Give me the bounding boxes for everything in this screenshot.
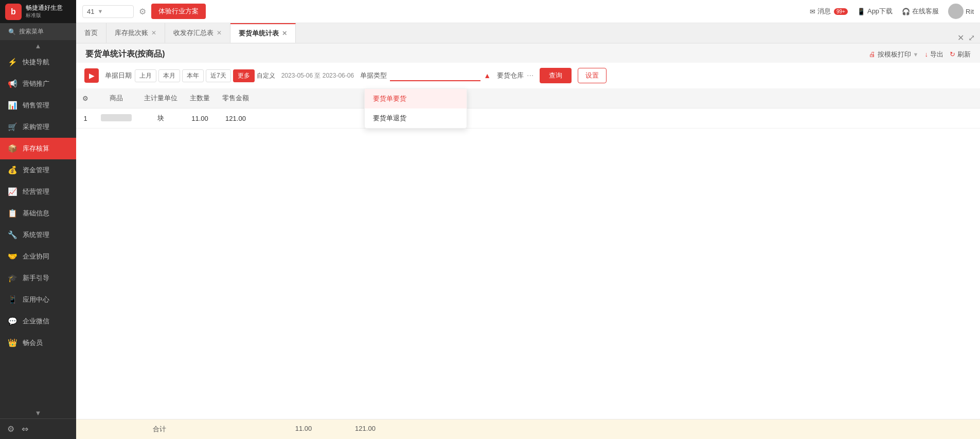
table-footer: 合计 11.00 121.00: [76, 419, 980, 439]
date-range-text: 2023-05-06 至 2023-06-06: [281, 71, 354, 80]
date-btn-this-year[interactable]: 本年: [182, 69, 204, 82]
type-dropdown-toggle[interactable]: ▲: [484, 71, 491, 80]
sidebar-scroll-down[interactable]: ▼: [0, 407, 76, 418]
search-label: 搜索菜单: [19, 27, 44, 36]
refresh-label: 刷新: [957, 50, 971, 59]
type-filter-input[interactable]: [390, 70, 480, 81]
logo-icon: b: [5, 4, 22, 20]
tab-restore-icon[interactable]: ⤢: [968, 33, 975, 43]
phone-icon: 📱: [857, 8, 865, 15]
sidebar-label-newbie: 新手引导: [23, 273, 49, 283]
date-filter-group: 单据日期 上月 本月 本年 近7天 更多 自定义: [105, 69, 275, 82]
filter-bar: ▶ 单据日期 上月 本月 本年 近7天 更多 自定义 2023-05-06 至 …: [76, 63, 980, 88]
tab-batch[interactable]: 库存批次账 ✕: [106, 23, 165, 43]
query-button[interactable]: 查询: [540, 68, 572, 83]
app-download-item[interactable]: 📱 App下载: [857, 7, 893, 16]
sidebar-item-inventory[interactable]: 📦 库存核算: [0, 138, 76, 159]
col-unit-header: 主计量单位: [138, 88, 184, 108]
refresh-button[interactable]: ↻ 刷新: [950, 50, 971, 59]
sidebar-label-basic: 基础信息: [23, 209, 49, 218]
sidebar-item-purchase[interactable]: 🛒 采购管理: [0, 116, 76, 138]
sidebar-logo: b 畅捷通好生意 标准版: [0, 0, 76, 23]
sidebar-label-enterprise: 企业协同: [23, 252, 49, 261]
sidebar-item-operation[interactable]: 📈 经营管理: [0, 181, 76, 203]
system-icon: 🔧: [7, 230, 17, 240]
tab-close-all-icon[interactable]: ✕: [957, 33, 964, 43]
user-avatar-item[interactable]: Rit: [948, 4, 974, 19]
sidebar-item-enterprise[interactable]: 🤝 企业协同: [0, 246, 76, 267]
date-btn-custom[interactable]: 自定义: [257, 71, 275, 80]
export-button[interactable]: ↓ 导出: [925, 50, 944, 59]
sidebar-item-system[interactable]: 🔧 系统管理: [0, 224, 76, 246]
col-settings-header[interactable]: ⚙: [76, 88, 95, 108]
page-actions: 🖨 按模板打印 ▼ ↓ 导出 ↻ 刷新: [869, 50, 971, 59]
print-button[interactable]: 🖨 按模板打印 ▼: [869, 50, 919, 59]
filter-expand-button[interactable]: ▶: [84, 68, 99, 83]
sidebar-item-appstore[interactable]: 📱 应用中心: [0, 289, 76, 310]
filter-settings-button[interactable]: 设置: [578, 68, 607, 83]
table-header-row: ⚙ 商品 主计量单位 主数量 零售金额: [76, 88, 980, 108]
date-filter-label: 单据日期: [105, 71, 132, 80]
table-row: 1 块 11.00 121.00: [76, 108, 980, 129]
tab-collect[interactable]: 收发存汇总表 ✕: [165, 23, 230, 43]
topbar: 41 ▼ ⚙ 体验行业方案 ✉ 消息 99+ 📱 App下载 🎧 在线客服 R: [76, 0, 980, 23]
org-name: 41: [87, 8, 94, 15]
sidebar-item-wechat[interactable]: 💬 企业微信: [0, 310, 76, 332]
sidebar-item-finance[interactable]: 💰 资金管理: [0, 159, 76, 181]
marketing-icon: 📢: [7, 79, 17, 89]
message-item[interactable]: ✉ 消息 99+: [810, 7, 848, 16]
inventory-icon: 📦: [7, 143, 17, 154]
print-label: 按模板打印: [878, 50, 911, 59]
avatar: [948, 4, 964, 19]
date-buttons: 上月 本月 本年 近7天 更多 自定义: [135, 69, 275, 82]
sidebar-item-member[interactable]: 👑 畅会员: [0, 332, 76, 354]
sidebar-item-shortcut[interactable]: ⚡ 快捷导航: [0, 51, 76, 73]
tab-batch-close[interactable]: ✕: [151, 29, 156, 36]
tab-order-stats[interactable]: 要货单统计表 ✕: [230, 23, 296, 43]
cell-qty: 11.00: [184, 108, 216, 129]
tab-order-stats-label: 要货单统计表: [239, 29, 279, 38]
service-item[interactable]: 🎧 在线客服: [902, 7, 939, 16]
date-btn-this-month[interactable]: 本月: [158, 69, 180, 82]
tabbar-actions: ✕ ⤢: [957, 33, 980, 43]
sidebar-item-newbie[interactable]: 🎓 新手引导: [0, 267, 76, 289]
enterprise-icon: 🤝: [7, 251, 17, 262]
sidebar-label-appstore: 应用中心: [23, 295, 49, 304]
filter-area-wrap: ▶ 单据日期 上月 本月 本年 近7天 更多 自定义 2023-05-06 至 …: [76, 63, 980, 88]
org-selector[interactable]: 41 ▼: [82, 5, 134, 18]
sidebar-bottom: ⚙ ⇔: [0, 418, 76, 439]
sidebar-label-finance: 资金管理: [23, 166, 49, 175]
sidebar-search[interactable]: 🔍 搜索菜单: [0, 23, 76, 40]
sidebar-label-shortcut: 快捷导航: [23, 58, 49, 67]
dropdown-item-requisition[interactable]: 要货单要货: [365, 89, 467, 108]
industry-button[interactable]: 体验行业方案: [151, 4, 206, 19]
date-btn-7days[interactable]: 近7天: [206, 69, 231, 82]
footer-qty: 11.00: [273, 425, 334, 434]
footer-label: 合计: [108, 425, 211, 434]
message-label: 消息: [817, 7, 831, 16]
dropdown-item-return[interactable]: 要货单退货: [365, 108, 467, 128]
date-btn-more[interactable]: 更多: [233, 69, 255, 82]
col-settings-icon: ⚙: [82, 95, 88, 102]
newbie-icon: 🎓: [7, 273, 17, 283]
export-label: 导出: [930, 50, 943, 59]
sidebar-item-basic[interactable]: 📋 基础信息: [0, 203, 76, 224]
tab-collect-close[interactable]: ✕: [217, 29, 222, 36]
tab-batch-label: 库存批次账: [115, 28, 148, 38]
tab-home[interactable]: 首页: [76, 23, 106, 43]
sidebar-collapse-icon[interactable]: ⇔: [22, 424, 28, 434]
settings-gear-icon[interactable]: ⚙: [7, 424, 14, 434]
cell-product: [95, 108, 138, 129]
sidebar-scroll-up[interactable]: ▲: [0, 40, 76, 51]
warehouse-more-icon[interactable]: ···: [527, 71, 533, 80]
data-table: ⚙ 商品 主计量单位 主数量 零售金额 1: [76, 88, 980, 129]
sidebar-item-sales[interactable]: 📊 销售管理: [0, 95, 76, 116]
topbar-gear-icon[interactable]: ⚙: [138, 6, 147, 17]
search-icon: 🔍: [8, 28, 16, 35]
chevron-down-icon: ▼: [97, 8, 103, 14]
sidebar-item-marketing[interactable]: 📢 营销推广: [0, 73, 76, 95]
service-label: 在线客服: [912, 7, 939, 16]
app-name: 畅捷通好生意: [26, 4, 63, 12]
tab-order-stats-close[interactable]: ✕: [282, 30, 287, 37]
date-btn-last-month[interactable]: 上月: [135, 69, 156, 82]
